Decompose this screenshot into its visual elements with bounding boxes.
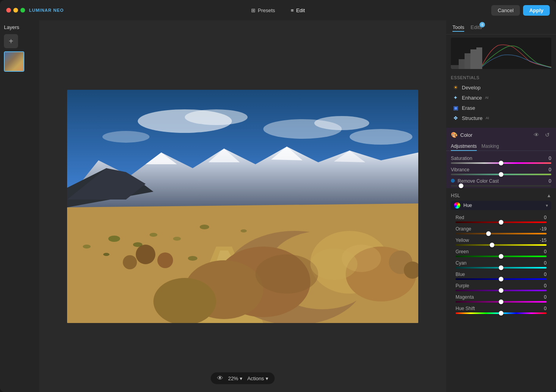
histogram-area <box>446 34 556 72</box>
hsl-blue-thumb[interactable] <box>499 277 503 281</box>
hsl-magenta-track[interactable] <box>456 301 547 303</box>
adjustments-tab[interactable]: Adjustments <box>451 142 481 151</box>
chevron-down-icon: ▾ <box>240 376 242 381</box>
canvas-area: 👁 22% ▾ Actions ▾ <box>39 20 446 392</box>
cancel-button[interactable]: Cancel <box>491 5 520 16</box>
svg-point-40 <box>188 256 197 261</box>
actions-chevron-icon: ▾ <box>266 376 268 381</box>
hsl-hueshift-thumb[interactable] <box>499 311 503 316</box>
enhance-icon: ✦ <box>452 94 459 101</box>
hsl-cyan-track[interactable] <box>456 267 547 269</box>
app-window: LUMINAR NEO ⊞ Presets ≡ Edit Cancel Appl… <box>0 0 556 392</box>
svg-point-38 <box>241 229 247 232</box>
hsl-mode-dropdown[interactable]: Hue ▾ <box>451 201 551 210</box>
hsl-red-label: Red <box>456 215 464 220</box>
canvas-toolbar: 👁 22% ▾ Actions ▾ <box>211 372 275 384</box>
right-panel: Tools Edits 6 <box>446 20 556 392</box>
color-panel-tabs: Adjustments Masking <box>446 142 556 151</box>
hsl-purple-track[interactable] <box>456 290 547 291</box>
saturation-thumb[interactable] <box>499 161 503 165</box>
essentials-item-structure[interactable]: ❖ Structure AI <box>451 113 551 123</box>
title-center: ⊞ Presets ≡ Edit <box>248 6 308 15</box>
svg-rect-41 <box>451 65 459 69</box>
color-panel-icon: 🎨 <box>451 132 457 138</box>
structure-icon: ❖ <box>452 115 459 121</box>
hsl-hueshift-track[interactable] <box>456 312 547 314</box>
erase-icon: ▣ <box>452 105 459 111</box>
essentials-section: Essentials ☀ Develop ✦ Enhance AI ▣ Eras… <box>446 72 556 126</box>
edit-button[interactable]: ≡ Edit <box>288 6 308 15</box>
hsl-blue-label: Blue <box>456 272 465 277</box>
enhance-label: Enhance <box>462 95 482 101</box>
hsl-mode-label: Hue <box>463 203 543 208</box>
vibrance-thumb[interactable] <box>499 172 503 177</box>
svg-point-33 <box>133 242 142 247</box>
layer-thumbnail[interactable] <box>4 51 24 72</box>
hsl-green-thumb[interactable] <box>499 254 503 259</box>
zoom-indicator[interactable]: 22% ▾ <box>228 376 242 381</box>
hsl-green-row: Green 0 <box>451 247 551 259</box>
svg-point-29 <box>157 252 173 268</box>
svg-point-34 <box>149 233 157 237</box>
svg-point-35 <box>200 225 209 229</box>
hsl-blue-track[interactable] <box>456 278 547 280</box>
tab-tools[interactable]: Tools <box>452 24 464 31</box>
visibility-icon[interactable]: 👁 <box>217 375 223 382</box>
hsl-yellow-row: Yellow -15 <box>451 236 551 247</box>
svg-point-23 <box>153 278 216 323</box>
svg-point-4 <box>314 116 369 130</box>
tab-edits[interactable]: Edits 6 <box>470 24 482 31</box>
svg-point-27 <box>136 245 155 264</box>
essentials-item-develop[interactable]: ☀ Develop <box>451 82 551 93</box>
hsl-dropdown-chevron-icon: ▾ <box>546 203 548 208</box>
svg-point-6 <box>350 129 412 145</box>
presets-icon: ⊞ <box>251 7 255 13</box>
vibrance-track[interactable] <box>451 174 551 175</box>
color-panel-title: Color <box>460 132 529 138</box>
add-layer-button[interactable]: + <box>4 34 18 48</box>
actions-button[interactable]: Actions ▾ <box>247 376 268 381</box>
apply-button[interactable]: Apply <box>523 5 550 16</box>
hsl-purple-thumb[interactable] <box>499 288 503 293</box>
masking-tab[interactable]: Masking <box>481 142 504 151</box>
maximize-button[interactable] <box>20 8 25 13</box>
hsl-magenta-thumb[interactable] <box>499 299 503 304</box>
hsl-yellow-thumb[interactable] <box>490 243 494 247</box>
presets-button[interactable]: ⊞ Presets <box>248 6 278 15</box>
hsl-cyan-row: Cyan 0 <box>451 259 551 270</box>
hsl-green-track[interactable] <box>456 256 547 257</box>
minimize-button[interactable] <box>13 8 18 13</box>
hsl-green-value: 0 <box>539 249 547 254</box>
reset-icon[interactable]: ↺ <box>543 131 551 139</box>
photo-canvas <box>67 90 418 323</box>
saturation-slider-row: Saturation 0 <box>446 154 556 165</box>
svg-point-2 <box>185 109 248 125</box>
saturation-track[interactable] <box>451 162 551 164</box>
develop-label: Develop <box>462 85 481 91</box>
hsl-magenta-row: Magenta 0 <box>451 293 551 304</box>
svg-point-28 <box>123 255 137 269</box>
hsl-cyan-value: 0 <box>539 260 547 266</box>
hsl-purple-label: Purple <box>456 283 469 289</box>
hsl-hueshift-value: 0 <box>539 306 547 311</box>
hsl-cyan-thumb[interactable] <box>499 265 503 270</box>
title-actions: Cancel Apply <box>491 5 550 16</box>
close-button[interactable] <box>6 8 11 13</box>
hsl-red-track[interactable] <box>456 221 547 223</box>
rcc-thumb[interactable] <box>459 183 463 188</box>
color-panel-header: 🎨 Color 👁 ↺ <box>446 128 556 142</box>
essentials-item-enhance[interactable]: ✦ Enhance AI <box>451 93 551 103</box>
visibility-toggle-icon[interactable]: 👁 <box>532 131 540 139</box>
rcc-track[interactable] <box>451 185 551 187</box>
hsl-yellow-track[interactable] <box>456 244 547 246</box>
essentials-item-erase[interactable]: ▣ Erase <box>451 103 551 113</box>
layers-title: Layers <box>4 24 35 30</box>
hsl-orange-thumb[interactable] <box>486 231 491 236</box>
hsl-collapse-icon[interactable]: ▲ <box>547 193 551 198</box>
saturation-value: 0 <box>543 156 551 161</box>
hsl-orange-row: Orange -19 <box>451 225 551 236</box>
hsl-orange-track[interactable] <box>456 233 547 234</box>
structure-ai-badge: AI <box>486 116 489 120</box>
hsl-red-thumb[interactable] <box>499 220 503 225</box>
remove-color-cast-label: Remove Color Cast <box>451 178 499 184</box>
